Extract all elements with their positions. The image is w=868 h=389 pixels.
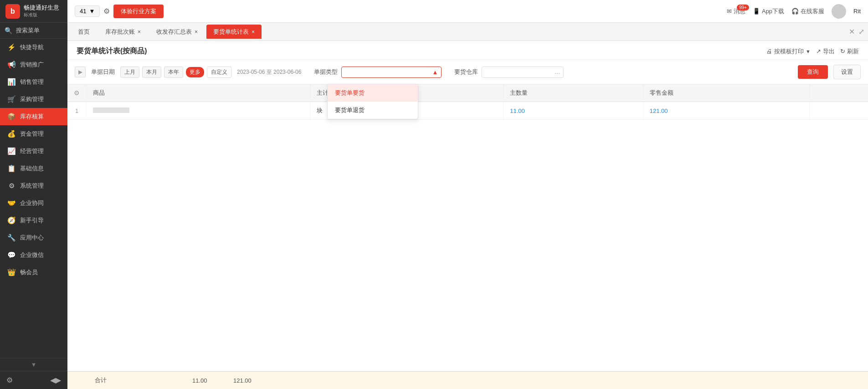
- sidebar-label: 资金管理: [20, 130, 44, 138]
- sidebar-item-enterprise[interactable]: 🤝 企业协同: [0, 194, 67, 212]
- more-dots-icon[interactable]: …: [555, 69, 560, 75]
- tab-close-order-summary[interactable]: ×: [252, 29, 255, 35]
- sidebar-label: 采购管理: [20, 95, 44, 103]
- service-label: 在线客服: [801, 7, 824, 15]
- page-title: 要货单统计表(按商品): [77, 46, 147, 56]
- app-download-btn[interactable]: 📱 App下载: [753, 7, 784, 15]
- settings-btn[interactable]: 设置: [833, 65, 861, 79]
- sidebar-nav: ⚡ 快捷导航 📢 营销推广 📊 销售管理 🛒 采购管理 📦 库存核算 💰 资金管…: [0, 39, 67, 358]
- sidebar-label: 企业微信: [20, 251, 44, 259]
- page-header-actions: 🖨 按模板打印 ▼ ↗ 导出 ↻ 刷新: [766, 47, 859, 56]
- sidebar-label: 基础信息: [20, 164, 44, 173]
- guide-icon: 🧭: [6, 216, 16, 225]
- tab-receive-summary[interactable]: 收发存汇总表 ×: [149, 25, 205, 39]
- filter-type-section: 单据类型 ▲: [314, 67, 442, 78]
- date-label: 单据日期: [91, 68, 115, 76]
- refresh-btn[interactable]: ↻ 刷新: [840, 47, 859, 56]
- phone-icon: 📱: [753, 8, 760, 15]
- sidebar-item-member[interactable]: 👑 畅会员: [0, 264, 67, 281]
- sidebar-item-purchase[interactable]: 🛒 采购管理: [0, 91, 67, 108]
- date-range-display: 2023-05-06 至 2023-06-06: [237, 68, 301, 76]
- message-icon: ✉: [727, 8, 732, 15]
- tab-label: 首页: [78, 28, 90, 36]
- row-amount[interactable]: 121.00: [643, 102, 809, 120]
- type-label: 单据类型: [314, 68, 338, 76]
- finance-icon: 💰: [6, 130, 16, 138]
- data-table: ⚙ 商品 主计量单位 主数量 零售金额 1: [67, 84, 868, 120]
- sidebar-scroll-down[interactable]: ▼: [0, 358, 67, 371]
- dropdown-arrow-icon[interactable]: ▲: [432, 69, 438, 76]
- sidebar-item-sales[interactable]: 📊 销售管理: [0, 73, 67, 91]
- dropdown-item-order-return[interactable]: 要货单退货: [328, 102, 418, 119]
- close-all-icon[interactable]: ✕: [849, 27, 855, 36]
- query-btn[interactable]: 查询: [798, 65, 828, 79]
- sidebar-search[interactable]: 🔍 搜索菜单: [0, 23, 67, 39]
- type-dropdown: 要货单要货 要货单退货: [327, 84, 418, 119]
- sidebar-item-inventory[interactable]: 📦 库存核算: [0, 108, 67, 125]
- basics-icon: 📋: [6, 164, 16, 173]
- topbar-left: 41 ▼ ⚙ 体验行业方案: [75, 5, 164, 18]
- sidebar-item-finance[interactable]: 💰 资金管理: [0, 125, 67, 143]
- table-container: ⚙ 商品 主计量单位 主数量 零售金额 1: [67, 84, 868, 371]
- inventory-icon: 📦: [6, 113, 16, 121]
- dropdown-item-order-goods[interactable]: 要货单要货: [328, 84, 418, 102]
- sidebar-item-basics[interactable]: 📋 基础信息: [0, 160, 67, 177]
- page-header: 要货单统计表(按商品) 🖨 按模板打印 ▼ ↗ 导出 ↻ 刷新: [67, 41, 868, 60]
- print-btn[interactable]: 🖨 按模板打印 ▼: [766, 47, 811, 56]
- sidebar-item-operations[interactable]: 📈 经营管理: [0, 143, 67, 160]
- tab-close-inventory-batch[interactable]: ×: [138, 29, 141, 35]
- col-settings[interactable]: ⚙: [67, 84, 87, 102]
- date-prev-month[interactable]: 上月: [120, 67, 139, 78]
- store-selector[interactable]: 41 ▼: [75, 5, 100, 17]
- maximize-icon[interactable]: ⤢: [858, 27, 864, 36]
- tab-close-receive-summary[interactable]: ×: [195, 29, 198, 35]
- date-more-badge[interactable]: 更多: [186, 67, 204, 77]
- row-goods: [87, 102, 310, 120]
- table-settings-icon[interactable]: ⚙: [74, 89, 80, 97]
- message-btn[interactable]: ✉ 消息 99+: [727, 7, 745, 15]
- collapse-icon[interactable]: ◀▶: [50, 376, 61, 384]
- tab-inventory-batch[interactable]: 库存批次账 ×: [98, 25, 148, 39]
- sidebar-item-app-center[interactable]: 🔧 应用中心: [0, 229, 67, 246]
- sidebar-item-marketing[interactable]: 📢 营销推广: [0, 56, 67, 73]
- topbar: 41 ▼ ⚙ 体验行业方案 ✉ 消息 99+ 📱 App下载 🎧 在线客服 Ri…: [67, 0, 868, 23]
- tab-home[interactable]: 首页: [71, 25, 97, 39]
- service-btn[interactable]: 🎧 在线客服: [791, 7, 824, 15]
- sidebar-item-wechat[interactable]: 💬 企业微信: [0, 246, 67, 264]
- gear-icon[interactable]: ⚙: [103, 7, 110, 15]
- sidebar-label: 系统管理: [20, 182, 44, 190]
- col-extra: [809, 84, 868, 102]
- search-icon: 🔍: [5, 27, 12, 34]
- chevron-down-icon: ▼: [89, 8, 95, 15]
- date-this-year[interactable]: 本年: [164, 67, 183, 78]
- trial-btn[interactable]: 体验行业方案: [113, 5, 164, 18]
- tab-order-summary[interactable]: 要货单统计表 ×: [206, 25, 262, 39]
- enterprise-icon: 🤝: [6, 199, 16, 207]
- chevron-down-icon: ▼: [31, 361, 37, 368]
- footer-qty: 11.00: [165, 377, 220, 384]
- system-icon: ⚙: [6, 182, 16, 190]
- message-badge: 99+: [737, 5, 749, 10]
- col-goods: 商品: [87, 84, 310, 102]
- wechat-icon: 💬: [6, 251, 16, 259]
- warehouse-input[interactable]: [482, 67, 564, 78]
- date-this-month[interactable]: 本月: [142, 67, 161, 78]
- date-custom[interactable]: 自定义: [207, 67, 231, 78]
- user-avatar[interactable]: [832, 4, 846, 19]
- sidebar-label: 库存核算: [20, 113, 44, 121]
- app-center-icon: 🔧: [6, 234, 16, 242]
- sidebar-item-system[interactable]: ⚙ 系统管理: [0, 177, 67, 194]
- sidebar-label: 销售管理: [20, 78, 44, 86]
- app-label: App下载: [762, 7, 784, 15]
- export-btn[interactable]: ↗ 导出: [816, 47, 835, 56]
- sidebar-label: 应用中心: [20, 234, 44, 242]
- headset-icon: 🎧: [791, 8, 799, 15]
- row-qty[interactable]: 11.00: [503, 102, 643, 120]
- sidebar-item-quick-nav[interactable]: ⚡ 快捷导航: [0, 39, 67, 56]
- filter-expand-btn[interactable]: ▶: [75, 67, 86, 77]
- sidebar-item-guide[interactable]: 🧭 新手引导: [0, 212, 67, 229]
- type-input[interactable]: [341, 67, 442, 78]
- chevron-down-icon: ▼: [806, 49, 811, 54]
- settings-icon[interactable]: ⚙: [6, 376, 13, 384]
- sidebar-label: 营销推广: [20, 61, 44, 69]
